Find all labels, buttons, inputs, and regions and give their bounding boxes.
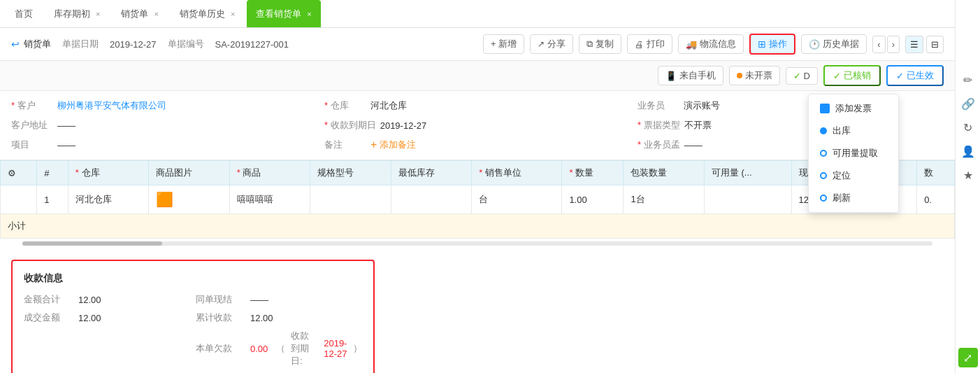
cell-amount: 0. — [917, 185, 955, 214]
cell-quantity: 1.00 — [562, 185, 624, 214]
not-opened-button[interactable]: 未开票 — [729, 66, 780, 85]
col-amount: 数 — [917, 161, 955, 185]
dropdown-locate[interactable]: 定位 — [809, 164, 898, 187]
close-tab-sales[interactable]: × — [154, 10, 158, 18]
project-label: 项目 — [11, 139, 53, 151]
add-note-button[interactable]: 添加备注 — [370, 139, 416, 151]
date-value: 2019-12-27 — [110, 39, 157, 50]
col-settings[interactable]: ⚙ — [1, 161, 37, 185]
nav-next-button[interactable]: › — [887, 36, 900, 53]
dropdown-add-invoice[interactable]: 添加发票 — [809, 97, 898, 120]
history-button[interactable]: 🕐 历史单据 — [801, 34, 867, 54]
dropdown-refresh[interactable]: 刷新 — [809, 187, 898, 209]
tab-view-sales[interactable]: 查看销货单 × — [247, 0, 320, 27]
total-label: 金额合计 — [24, 293, 73, 306]
payment-left: 金额合计 12.00 成交金额 12.00 — [24, 293, 190, 367]
employee-label: 业务员 — [637, 99, 679, 112]
col-product-image: 商品图片 — [149, 161, 229, 185]
total-row: 金额合计 12.00 — [24, 293, 190, 306]
ticket-type-label: 票据类型 — [637, 119, 680, 132]
project-row: 项目 —— — [11, 139, 317, 151]
grid-view-icon[interactable]: ⊟ — [926, 36, 944, 53]
warehouse-value: 河北仓库 — [370, 99, 407, 112]
same-order-row: 同单现结 —— — [196, 293, 362, 306]
cumulative-label: 累计收款 — [196, 311, 245, 324]
address-label: 客户地址 — [11, 119, 53, 132]
payment-title: 收款信息 — [24, 272, 362, 285]
copy-button[interactable]: ⧉ 复制 — [579, 34, 621, 54]
dropdown-outbound[interactable]: 出库 — [809, 120, 898, 142]
sidebar-user-icon[interactable]: 👤 — [958, 141, 978, 161]
note-label: 备注 — [324, 139, 366, 151]
payment-date-row: 收款到期日 2019-12-27 — [324, 119, 630, 132]
employee-value: 演示账号 — [684, 99, 720, 112]
payment-box: 收款信息 金额合计 12.00 成交金额 12.00 同单现结 —— — [11, 260, 375, 373]
check-icon: ✓ — [793, 71, 801, 81]
cell-product: 嘻嘻嘻嘻 — [229, 185, 310, 214]
sidebar-expand-icon[interactable]: ⤢ — [958, 348, 978, 367]
cell-available — [704, 185, 791, 214]
print-icon: 🖨 — [635, 39, 644, 50]
close-tab-view-sales[interactable]: × — [307, 10, 311, 18]
right-sidebar: ✏ 🔗 ↻ 👤 ★ ⤢ — [955, 0, 980, 373]
list-view-icon[interactable]: ☰ — [905, 36, 923, 53]
outstanding-label: 本单欠款 — [196, 342, 245, 355]
sub-action-bar: 📱 来自手机 未开票 ✓ D ✓ 已核销 ✓ 已生效 — [0, 61, 955, 91]
col-quantity: 数量 — [562, 161, 624, 185]
address-value: —— — [57, 120, 75, 131]
same-order-value: —— — [250, 295, 268, 305]
cell-min-stock — [391, 185, 471, 214]
scrollbar-area[interactable] — [0, 239, 955, 248]
customer-value[interactable]: 柳州粤港平安气体有限公司 — [57, 99, 166, 112]
col-warehouse: 仓库 — [68, 161, 148, 185]
col-rownum: # — [37, 161, 69, 185]
transaction-row: 成交金额 12.00 — [24, 311, 190, 324]
address-row: 客户地址 —— — [11, 119, 317, 132]
tab-inventory[interactable]: 库存期初 × — [45, 0, 109, 27]
tab-sales-history[interactable]: 销货单历史 × — [171, 0, 244, 27]
operation-button[interactable]: ⊞ 操作 — [749, 34, 795, 55]
effective-button[interactable]: ✓ 已生效 — [886, 65, 944, 86]
from-phone-button[interactable]: 📱 来自手机 — [658, 66, 723, 85]
new-button[interactable]: + 新增 — [483, 34, 524, 54]
close-tab-inventory[interactable]: × — [96, 10, 100, 18]
total-value: 12.00 — [78, 295, 101, 305]
sidebar-link-icon[interactable]: 🔗 — [958, 94, 978, 113]
cell-sales-unit: 台 — [472, 185, 562, 214]
payment-date-label: 收款到期日 — [324, 119, 376, 132]
doc-actions: + 新增 ↗ 分享 ⧉ 复制 🖨 打印 🚚 物流信息 — [483, 34, 944, 55]
grid-icon: ⊞ — [758, 38, 766, 50]
tab-sales[interactable]: 销货单 × — [112, 0, 167, 27]
print-button[interactable]: 🖨 打印 — [627, 34, 672, 54]
tab-home[interactable]: 首页 — [6, 0, 42, 27]
sidebar-edit-icon[interactable]: ✏ — [958, 70, 978, 90]
col-available: 可用量 (... — [704, 161, 791, 185]
cell-rownum: 1 — [37, 185, 69, 214]
transaction-label: 成交金额 — [24, 311, 73, 324]
close-tab-sales-history[interactable]: × — [231, 10, 235, 18]
salesperson-value: —— — [684, 140, 702, 150]
share-icon: ↗ — [538, 39, 545, 49]
check-icon-button[interactable]: ✓ D — [786, 67, 818, 85]
view-icons: ☰ ⊟ — [905, 36, 944, 53]
tab-bar: 首页 库存期初 × 销货单 × 销货单历史 × 查看销货单 × × — [0, 0, 980, 28]
sidebar-refresh-icon[interactable]: ↻ — [958, 118, 978, 137]
truck-icon: 🚚 — [686, 39, 697, 50]
outbound-icon — [820, 127, 827, 134]
cell-product-image: 🟧 — [149, 185, 229, 214]
nav-prev-button[interactable]: ‹ — [872, 36, 885, 53]
due-date-value: 2019-12-27 — [324, 338, 347, 359]
outstanding-value: 0.00 — [250, 344, 268, 354]
copy-icon: ⧉ — [586, 38, 593, 50]
col-sales-unit: 销售单位 — [472, 161, 562, 185]
share-button[interactable]: ↗ 分享 — [530, 34, 573, 54]
transaction-value: 12.00 — [78, 313, 101, 323]
logistics-button[interactable]: 🚚 物流信息 — [678, 34, 744, 54]
completed-button[interactable]: ✓ 已核销 — [823, 65, 881, 86]
doc-type-label: 销货单 — [24, 38, 51, 50]
doc-header: ↩ 销货单 单据日期 2019-12-27 单据编号 SA-20191227-0… — [0, 28, 955, 61]
doc-title: ↩ 销货单 — [11, 38, 51, 50]
sidebar-star-icon[interactable]: ★ — [958, 165, 978, 185]
col-min-stock: 最低库存 — [391, 161, 471, 185]
dropdown-available-qty[interactable]: 可用量提取 — [809, 142, 898, 164]
